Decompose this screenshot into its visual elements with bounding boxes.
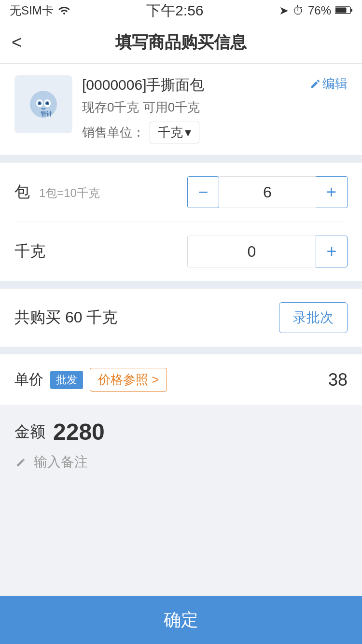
remark-row[interactable]: 输入备注 — [14, 453, 348, 471]
product-stock: 现存0千克 可用0千克 — [82, 99, 348, 116]
page-title: 填写商品购买信息 — [115, 31, 247, 54]
kg-label: 千克 — [14, 241, 187, 262]
separator-1 — [0, 155, 362, 163]
total-label: 共购买 60 千克 — [14, 307, 279, 328]
bag-label: 包 1包=10千克 — [14, 182, 187, 203]
svg-rect-2 — [335, 8, 346, 13]
product-logo-icon: 智计 — [29, 90, 58, 119]
status-right: ➤ ⏱ 76% — [279, 4, 352, 17]
kg-plus-button[interactable]: + — [316, 236, 348, 267]
nav-bar: < 填写商品购买信息 — [0, 21, 362, 64]
unit-label: 销售单位： — [82, 124, 145, 141]
carrier-text: 无SIM卡 — [10, 3, 54, 18]
svg-point-9 — [46, 102, 48, 104]
amount-row: 金额 2280 — [14, 419, 348, 445]
status-bar: 无SIM卡 下午2:56 ➤ ⏱ 76% — [0, 0, 362, 21]
total-row: 共购买 60 千克 录批次 — [0, 289, 362, 347]
status-left: 无SIM卡 — [10, 3, 71, 18]
price-section: 单价 批发 价格参照 > 38 — [0, 354, 362, 405]
svg-text:智计: 智计 — [40, 111, 53, 117]
bag-minus-button[interactable]: − — [187, 176, 219, 208]
product-card: 智计 [0000006]手撕面包 现存0千克 可用0千克 销售单位： 千克 ▾ … — [0, 64, 362, 155]
alarm-icon: ⏱ — [292, 4, 304, 17]
remark-label[interactable]: 输入备注 — [34, 453, 88, 471]
unit-value: 千克 — [158, 124, 183, 141]
bag-hint: 1包=10千克 — [39, 186, 100, 199]
svg-point-8 — [39, 102, 41, 104]
product-info: [0000006]手撕面包 现存0千克 可用0千克 销售单位： 千克 ▾ — [82, 75, 348, 143]
battery-text: 76% — [308, 4, 331, 17]
price-value: 38 — [328, 370, 348, 390]
product-unit-row: 销售单位： 千克 ▾ — [82, 122, 348, 143]
edit-label: 编辑 — [322, 75, 348, 92]
kg-qty-control: + — [187, 236, 348, 267]
back-button[interactable]: < — [12, 32, 22, 53]
unit-select[interactable]: 千克 ▾ — [150, 122, 199, 143]
price-label: 单价 — [14, 370, 43, 390]
bag-plus-button[interactable]: + — [316, 176, 348, 208]
status-time: 下午2:56 — [146, 1, 203, 21]
bag-section: 包 1包=10千克 − + 千克 + — [0, 163, 362, 281]
product-name: [0000006]手撕面包 — [82, 75, 348, 95]
edit-button[interactable]: 编辑 — [310, 75, 348, 92]
price-tag: 批发 — [50, 371, 83, 389]
bag-qty-row: 包 1包=10千克 − + — [14, 163, 348, 222]
location-icon: ➤ — [279, 4, 289, 17]
battery-icon — [335, 4, 352, 17]
amount-value: 2280 — [53, 419, 105, 445]
confirm-bar[interactable]: 确定 — [0, 596, 362, 644]
amount-section: 金额 2280 输入备注 — [0, 405, 362, 485]
kg-qty-row: 千克 + — [14, 222, 348, 281]
confirm-button[interactable]: 确定 — [164, 608, 198, 632]
price-ref-button[interactable]: 价格参照 > — [90, 368, 167, 392]
pencil-icon — [14, 455, 28, 469]
amount-label: 金额 — [14, 421, 45, 443]
bag-qty-input[interactable] — [219, 176, 316, 208]
bag-qty-control: − + — [187, 176, 348, 208]
separator-2 — [0, 281, 362, 289]
product-thumbnail: 智计 — [14, 75, 72, 133]
svg-rect-1 — [350, 9, 352, 12]
batch-button[interactable]: 录批次 — [279, 302, 348, 333]
separator-3 — [0, 347, 362, 354]
kg-qty-input[interactable] — [187, 236, 316, 267]
wifi-icon — [57, 4, 71, 17]
dropdown-icon: ▾ — [185, 125, 191, 140]
edit-icon — [310, 79, 320, 89]
